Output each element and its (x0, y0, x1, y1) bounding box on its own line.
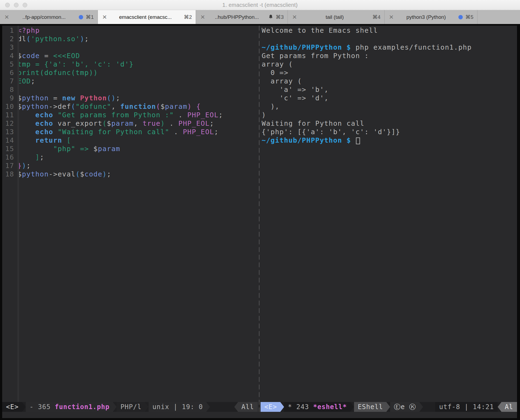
code-token: ) (161, 119, 165, 127)
code-token: ( (26, 35, 31, 43)
modeline-right-segment-1: * 243 *eshell* (284, 402, 354, 412)
code-token (17, 153, 35, 161)
code-token (53, 128, 58, 136)
shell-line: Waiting for Python call (261, 119, 517, 128)
code-token (75, 145, 80, 153)
tab-close-icon[interactable]: ✕ (389, 14, 394, 20)
code-text: <?php (17, 26, 40, 35)
modeline-right-segment-6: Al (498, 402, 517, 412)
line-number: 9 (2, 94, 17, 102)
code-token: new (62, 94, 75, 102)
eshell-window[interactable]: Welcome to the Emacs shell~/github/PHPPy… (261, 26, 517, 412)
code-token: {'php': [{'a': 'b', 'c': 'd'}]} (262, 128, 400, 136)
shell-line (261, 35, 517, 43)
tab-4[interactable]: ✕tail (tail)⌘4 (288, 10, 385, 24)
line-number: 7 (2, 77, 17, 85)
code-text: $python->def("dofunc", function($param) … (17, 102, 201, 111)
modeline-left-spacer (210, 402, 234, 412)
modeline-left-segment-5: All (234, 402, 258, 412)
modeline-left-segment-1: - 365 function1.php (26, 402, 117, 412)
code-buffer[interactable]: 1<?php2dl('python.so');34$code = <<<EOD5… (2, 26, 258, 402)
modeline-right-segment-2: EShell (354, 402, 390, 412)
tab-close-icon[interactable]: ✕ (292, 14, 297, 20)
code-token: 'c' => 'd', (262, 94, 329, 102)
code-token: array ( (262, 77, 302, 85)
code-token: , (111, 103, 120, 110)
shell-line: Get params from Python : (261, 52, 517, 60)
code-token: 'python.so' (31, 35, 80, 43)
terminal-left-padding (0, 26, 2, 412)
code-line: 1<?php (2, 26, 258, 35)
code-token: $ (80, 170, 84, 178)
terminal-right-padding (517, 26, 520, 412)
code-token: "php" (53, 145, 75, 153)
bell-icon (268, 14, 273, 20)
code-line: 2dl('python.so'); (2, 35, 258, 43)
code-token (62, 136, 66, 144)
code-window[interactable]: 1<?php2dl('python.so');34$code = <<<EOD5… (2, 26, 258, 412)
window-divider[interactable] (258, 26, 261, 412)
tab-shortcut: ⌘5 (465, 14, 473, 20)
tab-shortcut: ⌘4 (372, 14, 380, 20)
code-token: => (80, 145, 89, 153)
code-token: ; (107, 170, 111, 178)
line-number: 4 (2, 52, 17, 60)
code-token (17, 111, 35, 119)
line-number: 12 (2, 119, 17, 128)
code-line: 7EOD; (2, 77, 258, 85)
tab-3[interactable]: ✕..hub/PHPPython...⌘3 (196, 10, 288, 24)
code-token: code (22, 52, 40, 60)
code-token: Welcome to the Emacs shell (262, 26, 378, 34)
code-token: ; (116, 94, 120, 102)
eshell-buffer[interactable]: Welcome to the Emacs shell~/github/PHPPy… (261, 26, 517, 402)
code-token: ; (40, 153, 44, 161)
modeline-right: <E>* 243 *eshell*EShellⒺe Ⓚutf-8 | 14:21… (261, 402, 517, 412)
tab-1[interactable]: ✕..fp-app/common...⌘1 (0, 10, 98, 24)
code-token: ~/github/PHPPython $ (262, 136, 351, 144)
modeline-left-segment-2: PHP/l (117, 402, 149, 412)
code-token (53, 111, 58, 119)
shell-line: ) (261, 111, 517, 119)
tab-close-icon[interactable]: ✕ (102, 14, 107, 20)
code-token: echo (35, 111, 53, 119)
code-token: array ( (262, 60, 293, 68)
code-token: Waiting for Python call (262, 119, 364, 127)
code-token: <?php (17, 26, 40, 34)
modeline-right-segment-0: <E> (261, 402, 284, 412)
code-line: 16 ]; (2, 153, 258, 161)
code-token (192, 103, 196, 110)
bottom-edge (0, 418, 520, 420)
tab-shortcut: ⌘3 (276, 14, 284, 20)
shell-line: array ( (261, 77, 517, 85)
titlebar: 1. emacsclient -t (emacsclient) (0, 0, 520, 10)
line-number: 8 (2, 85, 17, 94)
code-token: 0 => (262, 69, 288, 77)
code-token: python (22, 103, 49, 110)
emacs-frame: 1<?php2dl('python.so');34$code = <<<EOD5… (0, 26, 520, 412)
line-number: 11 (2, 111, 17, 119)
line-number: 5 (2, 60, 17, 68)
shell-line: array ( (261, 60, 517, 68)
tab-2[interactable]: ✕emacsclient (emacsc...⌘2 (98, 10, 196, 24)
code-token: ( (102, 119, 107, 127)
window-title: 1. emacsclient -t (emacsclient) (0, 2, 520, 8)
minibuffer[interactable] (2, 412, 517, 418)
tab-close-icon[interactable]: ✕ (4, 14, 9, 20)
code-token: ] (35, 153, 40, 161)
code-text: echo "Waiting for Python call" . PHP_EOL… (17, 128, 219, 136)
code-token (17, 119, 35, 127)
code-text: print(dofunc(tmp)) (17, 68, 98, 77)
modeline-text: * 243 (288, 403, 313, 411)
tabbar-empty-space (477, 10, 520, 24)
line-number: 14 (2, 136, 17, 145)
code-token: echo (35, 128, 53, 136)
code-line: 13 echo "Waiting for Python call" . PHP_… (2, 128, 258, 136)
code-text: "php" => $param (17, 145, 120, 153)
tab-close-icon[interactable]: ✕ (200, 14, 205, 20)
modeline-text: <E> (264, 403, 277, 411)
code-line: 9$python = new Python(); (2, 94, 258, 102)
tab-5[interactable]: ✕python3 (Python)⌘5 (385, 10, 477, 24)
code-token: print(dofunc(tmp)) (17, 69, 98, 77)
code-line: 4$code = <<<EOD (2, 52, 258, 60)
code-token: <<<EOD (53, 52, 80, 60)
